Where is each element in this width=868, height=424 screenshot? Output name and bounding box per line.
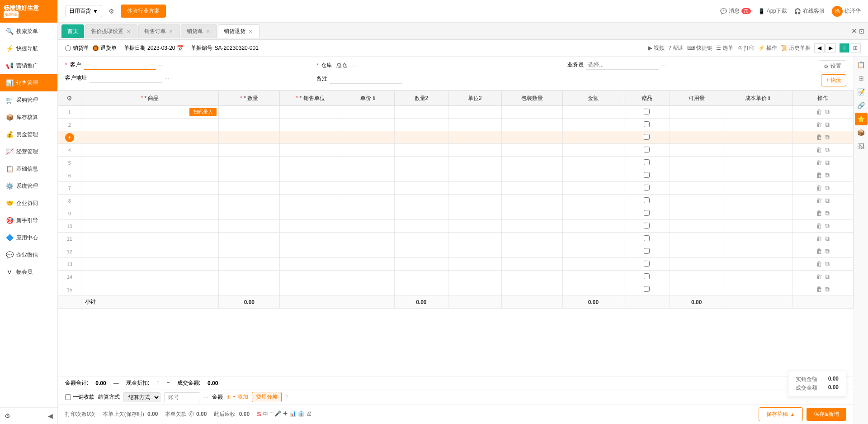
product-input-3[interactable] (83, 134, 217, 141)
cost-cell-5[interactable] (723, 157, 792, 169)
logistics-action-btn[interactable]: + 物流 (821, 74, 846, 86)
copy-icon-3[interactable]: ⧉ (825, 133, 830, 141)
tab-close-sales-order[interactable]: ✕ (168, 28, 174, 34)
qty2-cell-12[interactable] (395, 245, 448, 258)
amount-cell-10[interactable] (563, 220, 624, 233)
gift-cell-12[interactable] (624, 245, 670, 258)
delete-icon-11[interactable]: 🗑 (816, 235, 822, 243)
amount-cell-15[interactable] (563, 283, 624, 296)
industry-select[interactable]: 日用百货 ▼ (65, 5, 102, 17)
pack-cell-12[interactable] (501, 245, 562, 258)
unit2-cell-2[interactable] (448, 119, 501, 131)
right-panel-icon-1[interactable]: 📋 (855, 58, 868, 71)
qty-cell-13[interactable] (219, 258, 280, 271)
delete-icon-1[interactable]: 🗑 (816, 108, 822, 116)
price-cell-1[interactable] (341, 106, 394, 119)
gift-cell-9[interactable] (624, 207, 670, 220)
unit-cell-8[interactable] (280, 195, 341, 207)
product-input-1[interactable] (83, 109, 189, 115)
select-bill-btn[interactable]: ☰ 选单 (716, 44, 733, 52)
unit2-cell-4[interactable] (448, 144, 501, 157)
unit-cell-1[interactable] (280, 106, 341, 119)
history-btn[interactable]: 📜 历史单据 (781, 44, 811, 52)
toolbar-icon-4[interactable]: ✚ (283, 410, 288, 418)
customer-service-item[interactable]: 🎧 在线客服 (794, 7, 825, 15)
pack-cell-1[interactable] (501, 106, 562, 119)
product-cell-15[interactable] (81, 283, 218, 296)
sales-radio[interactable] (65, 45, 71, 51)
amount-cell-3[interactable] (563, 131, 624, 144)
price-cell-5[interactable] (341, 157, 394, 169)
qty2-cell-5[interactable] (395, 157, 448, 169)
product-cell-4[interactable] (81, 144, 218, 157)
gift-checkbox-3[interactable] (644, 134, 650, 140)
sidebar-item-system[interactable]: ⚙️系统管理 (0, 177, 57, 195)
amount-cell-14[interactable] (563, 271, 624, 283)
sidebar-item-basic[interactable]: 📋基础信息 (0, 160, 57, 177)
avail-cell-6[interactable] (670, 169, 723, 182)
salesperson-select-btn[interactable]: ··· (661, 62, 666, 68)
avail-cell-5[interactable] (670, 157, 723, 169)
copy-icon-11[interactable]: ⧉ (825, 235, 830, 243)
toolbar-icon-3[interactable]: 🎤 (274, 410, 281, 418)
price-cell-3[interactable] (341, 131, 394, 144)
avail-cell-8[interactable] (670, 195, 723, 207)
cost-cell-9[interactable] (723, 207, 792, 220)
gift-checkbox-12[interactable] (644, 248, 650, 254)
copy-icon-15[interactable]: ⧉ (825, 286, 830, 293)
price-cell-14[interactable] (341, 271, 394, 283)
gift-cell-10[interactable] (624, 220, 670, 233)
amount-cell-11[interactable] (563, 233, 624, 245)
save-draft-btn[interactable]: 保存草稿 ▲ (759, 407, 803, 421)
pack-cell-7[interactable] (501, 182, 562, 195)
avail-cell-2[interactable] (670, 119, 723, 131)
copy-icon-12[interactable]: ⧉ (825, 248, 830, 255)
one-key-checkbox[interactable] (65, 394, 71, 400)
tab-close-price-settings[interactable]: ✕ (125, 28, 132, 34)
cost-cell-15[interactable] (723, 283, 792, 296)
delete-icon-3[interactable]: 🗑 (816, 133, 822, 141)
one-key-payment-checkbox[interactable]: 一键收款 (65, 393, 94, 401)
unit2-cell-6[interactable] (448, 169, 501, 182)
message-item[interactable]: 💬 消息 70 (720, 7, 751, 15)
gift-cell-2[interactable] (624, 119, 670, 131)
qty-cell-6[interactable] (219, 169, 280, 182)
unit-cell-4[interactable] (280, 144, 341, 157)
qty2-cell-7[interactable] (395, 182, 448, 195)
qty-cell-3[interactable] (219, 131, 280, 144)
tab-close-sales-return[interactable]: ✕ (247, 28, 254, 34)
toolbar-icon-2[interactable]: ⁻ (270, 410, 273, 418)
delete-icon-7[interactable]: 🗑 (816, 184, 822, 192)
unit2-cell-12[interactable] (448, 245, 501, 258)
gift-checkbox-9[interactable] (644, 210, 650, 216)
pack-cell-13[interactable] (501, 258, 562, 271)
delete-icon-2[interactable]: 🗑 (816, 121, 822, 129)
grid-view-btn[interactable]: ⊞ (850, 43, 861, 52)
customer-input[interactable] (84, 60, 156, 70)
product-cell-13[interactable] (81, 258, 218, 271)
qty-cell-7[interactable] (219, 182, 280, 195)
sidebar-settings-icon[interactable]: ⚙ (4, 411, 11, 420)
copy-icon-10[interactable]: ⧉ (825, 222, 830, 230)
discount-help-icon[interactable]: ? (156, 380, 160, 386)
unit-cell-14[interactable] (280, 271, 341, 283)
col-settings-btn[interactable]: ⚙ (66, 94, 73, 103)
gift-cell-13[interactable] (624, 258, 670, 271)
account-dots[interactable]: ··· (204, 394, 208, 400)
avail-cell-4[interactable] (670, 144, 723, 157)
delete-icon-10[interactable]: 🗑 (816, 222, 822, 230)
prev-btn[interactable]: ◀ (814, 43, 825, 52)
delete-icon-13[interactable]: 🗑 (816, 260, 822, 268)
toolbar-icon-1[interactable]: 中 (263, 410, 268, 418)
product-cell-1[interactable]: 扫码录入 (81, 106, 218, 119)
avail-cell-13[interactable] (670, 258, 723, 271)
tab-sales-order[interactable]: 销售订单✕ (138, 24, 180, 38)
product-cell-11[interactable] (81, 233, 218, 245)
avail-cell-15[interactable] (670, 283, 723, 296)
sidebar-item-purchase[interactable]: 🛒采购管理 (0, 91, 57, 109)
delete-icon-12[interactable]: 🗑 (816, 248, 822, 255)
cost-cell-8[interactable] (723, 195, 792, 207)
copy-icon-1[interactable]: ⧉ (825, 108, 830, 116)
copy-icon-9[interactable]: ⧉ (825, 210, 830, 217)
price-cell-8[interactable] (341, 195, 394, 207)
